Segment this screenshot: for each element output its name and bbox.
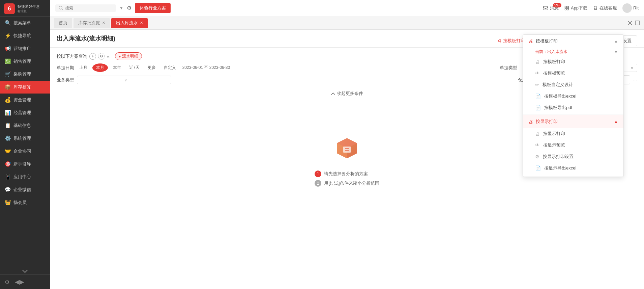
- sidebar-item-operations[interactable]: 📊 经营管理: [0, 106, 50, 119]
- template-print-chevron[interactable]: ▲: [614, 39, 618, 44]
- template-print-section-icon: 🖨: [528, 38, 533, 44]
- operations-icon: 📊: [5, 110, 11, 116]
- finance-icon: 💰: [5, 97, 11, 103]
- sidebar-bottom: ⚙ ◀▶: [0, 274, 50, 289]
- sidebar-item-enterprise[interactable]: 🤝 企业协同: [0, 145, 50, 158]
- display-print-chevron[interactable]: ▲: [614, 119, 618, 124]
- svg-rect-17: [345, 150, 349, 151]
- display-export-excel-icon: 📄: [535, 165, 541, 171]
- svg-rect-4: [567, 6, 569, 8]
- maximize-icon[interactable]: [635, 20, 640, 26]
- sidebar-item-marketing[interactable]: 📢 营销推广: [0, 42, 50, 55]
- svg-line-1: [62, 9, 63, 10]
- date-btn-last-7days[interactable]: 近7天: [126, 63, 143, 72]
- search-input[interactable]: [65, 6, 106, 10]
- date-btn-more[interactable]: 更多: [145, 63, 159, 72]
- topbar-gear-icon[interactable]: ⚙: [127, 5, 131, 11]
- svg-point-7: [594, 6, 597, 9]
- tab-home[interactable]: 首页: [54, 18, 72, 28]
- sidebar-item-system[interactable]: ⚙️ 系统管理: [0, 132, 50, 145]
- sidebar-item-quick-nav[interactable]: ⚡ 快捷导航: [0, 29, 50, 42]
- date-btn-last-month[interactable]: 上月: [76, 63, 90, 72]
- date-btn-custom[interactable]: 自定义: [161, 63, 179, 72]
- filter-settings-btn[interactable]: ⚙: [98, 53, 105, 60]
- dropdown-item-display-print-settings[interactable]: ⚙ 按显示打印设置: [523, 151, 623, 162]
- sidebar-item-sales[interactable]: 💹 销售管理: [0, 55, 50, 68]
- message-icon: [543, 5, 549, 11]
- sidebar-item-inventory[interactable]: 📦 库存核算: [0, 81, 50, 94]
- collapse-up-icon: [331, 91, 335, 96]
- template-print-section-header[interactable]: 🖨 按模板打印 ▲: [523, 35, 623, 48]
- dropdown-item-template-preview[interactable]: 👁 按模板预览: [523, 68, 623, 79]
- topbar: ▼ ⚙ 体验行业方案 消息 99+ App下载 在线客服 Rit: [50, 0, 644, 16]
- display-export-excel-label: 按显示导出excel: [544, 165, 576, 171]
- online-service-btn[interactable]: 在线客服: [593, 5, 617, 11]
- filter-tag[interactable]: ● 流水明细: [115, 52, 142, 60]
- dropdown-item-template-export-pdf[interactable]: 📄 按模板导出pdf: [523, 102, 623, 113]
- filter-add-btn[interactable]: +: [89, 53, 96, 60]
- dropdown-divider: [523, 114, 623, 114]
- template-export-pdf-label: 按模板导出pdf: [544, 105, 572, 111]
- sidebar-item-member[interactable]: 👑 畅会员: [0, 196, 50, 209]
- sidebar-item-beginner[interactable]: 🎯 新手引导: [0, 158, 50, 170]
- sidebar: 6 畅捷通好生意 标准版 🔍 搜索菜单 ⚡ 快捷导航 📢 营销推广 💹 销售管理…: [0, 0, 50, 289]
- sidebar-item-label: 经营管理: [13, 110, 31, 116]
- sidebar-item-search[interactable]: 🔍 搜索菜单: [0, 17, 50, 29]
- template-print-section-label: 按模板打印: [536, 38, 558, 44]
- business-type-select[interactable]: ∨: [77, 76, 171, 84]
- sidebar-item-wechat[interactable]: 💬 企业微信: [0, 183, 50, 196]
- dropdown-scroll: 🖨 按模板打印 ▲ 当前：出入库流水 ▼ 🖨 按模板打印 👁 按模板预览 ✏ 模…: [523, 35, 623, 177]
- display-preview-label: 按显示预览: [543, 142, 565, 148]
- template-export-pdf-icon: 📄: [535, 105, 541, 110]
- close-window-icon[interactable]: [627, 20, 633, 26]
- dropdown-item-display-export-pdf[interactable]: 📄 按显示导出pdf: [523, 174, 623, 177]
- dropdown-item-template-export-excel[interactable]: 📄 按模板导出excel: [523, 90, 623, 102]
- app-download-label: App下载: [571, 5, 587, 11]
- logo-badge: 标准版: [18, 9, 40, 14]
- enterprise-icon: 🤝: [5, 148, 11, 154]
- sidebar-item-finance[interactable]: 💰 资金管理: [0, 94, 50, 106]
- tabbar-controls: [627, 20, 640, 26]
- dropdown-item-template-custom[interactable]: ✏ 模板自定义设计: [523, 79, 623, 90]
- tab-inout-flow[interactable]: 出入库流水 ✕: [111, 18, 148, 28]
- template-custom-label: 模板自定义设计: [543, 82, 573, 88]
- svg-rect-16: [345, 148, 349, 149]
- app-download-icon: [564, 5, 569, 11]
- tab-inventory-batch-close[interactable]: ✕: [102, 21, 105, 25]
- app-download-btn[interactable]: App下载: [564, 5, 587, 11]
- settings-icon[interactable]: ⚙: [5, 279, 9, 285]
- empty-step-1: 1 请先选择要分析的方案: [315, 170, 379, 177]
- sidebar-item-basic-info[interactable]: 📋 基础信息: [0, 119, 50, 132]
- dropdown-item-display-preview[interactable]: 👁 按显示预览: [523, 139, 623, 151]
- printer-icon: 🖨: [497, 38, 502, 44]
- topbar-search-icon: [59, 6, 63, 10]
- warehouse-dots[interactable]: ···: [633, 77, 637, 83]
- sidebar-item-purchase[interactable]: 🛒 采购管理: [0, 68, 50, 81]
- topbar-search-container[interactable]: [55, 4, 116, 12]
- filter-collapse-btn[interactable]: «: [107, 54, 110, 59]
- collapse-icon[interactable]: ◀▶: [15, 278, 24, 286]
- sidebar-scroll-down[interactable]: [0, 268, 50, 274]
- empty-state-icon: [330, 131, 364, 165]
- user-profile[interactable]: Rit: [622, 3, 639, 13]
- dropdown-item-template-print[interactable]: 🖨 按模板打印: [523, 56, 623, 68]
- trial-btn[interactable]: 体验行业方案: [135, 3, 171, 13]
- date-btn-current-month[interactable]: 本月: [92, 63, 108, 72]
- user-name: Rit: [633, 5, 639, 10]
- dropdown-item-display-export-excel[interactable]: 📄 按显示导出excel: [523, 162, 623, 174]
- tab-inout-flow-close[interactable]: ✕: [140, 21, 143, 25]
- dropdown-item-display-print[interactable]: 🖨 按显示打印: [523, 128, 623, 139]
- current-template-label: 当前：出入库流水: [535, 49, 567, 55]
- topbar-chevron-icon[interactable]: ▼: [119, 6, 123, 10]
- sidebar-item-label: 采购管理: [13, 71, 31, 77]
- display-print-section-header[interactable]: 🖨 按显示打印 ▲: [523, 115, 623, 128]
- sidebar-item-label: 资金管理: [13, 97, 31, 103]
- sidebar-item-label: 销售管理: [13, 58, 31, 64]
- business-type-arrow: ∨: [124, 77, 168, 82]
- quick-nav-icon: ⚡: [5, 33, 11, 39]
- tab-inventory-batch[interactable]: 库存批次账 ✕: [74, 18, 110, 28]
- sidebar-item-apps[interactable]: 📱 应用中心: [0, 170, 50, 183]
- date-btn-current-year[interactable]: 本年: [110, 63, 124, 72]
- template-export-excel-label: 按模板导出excel: [544, 93, 576, 99]
- message-btn[interactable]: 消息 99+: [543, 5, 559, 11]
